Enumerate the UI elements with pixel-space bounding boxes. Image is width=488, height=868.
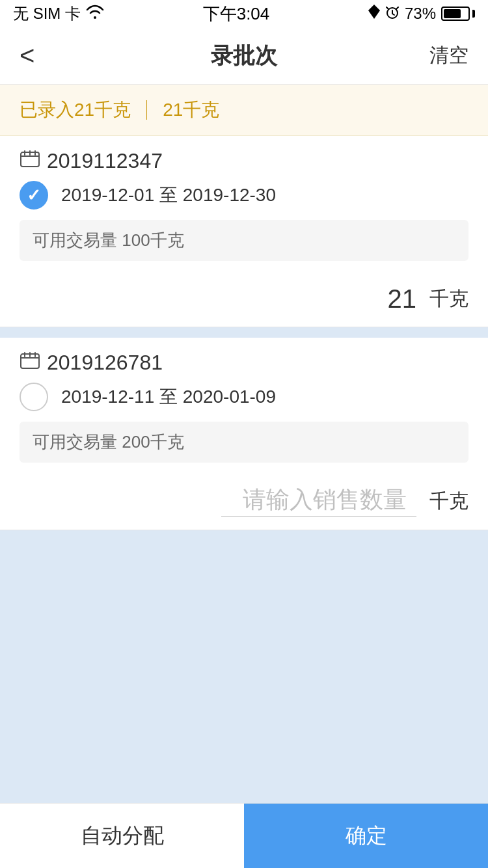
- batch-checkbox-2[interactable]: [20, 383, 48, 411]
- page-title: 录批次: [211, 41, 277, 71]
- batch-id-2: 2019126781: [47, 351, 163, 375]
- batch-id-row-2: 2019126781: [20, 351, 468, 375]
- quantity-area-1: 21 千克: [0, 274, 488, 327]
- batch-icon-1: [20, 150, 40, 172]
- bottom-spacer: [0, 530, 488, 830]
- location-icon: [368, 5, 380, 23]
- summary-recorded: 已录入21千克: [20, 98, 131, 122]
- status-bar-time: 下午3:04: [203, 3, 270, 25]
- summary-divider: [146, 100, 147, 120]
- alarm-icon: [385, 5, 400, 23]
- batch-item-1: 2019112347 2019-12-01 至 2019-12-30 可用交易量…: [0, 136, 488, 327]
- summary-total: 21千克: [163, 98, 219, 122]
- carrier-text: 无 SIM 卡: [13, 3, 81, 24]
- back-button[interactable]: <: [20, 41, 59, 70]
- quantity-input-2[interactable]: [221, 486, 416, 517]
- battery-icon: [441, 7, 475, 21]
- wifi-icon: [86, 5, 104, 23]
- batch-id-row-1: 2019112347: [20, 149, 468, 173]
- batch-date-1: 2019-12-01 至 2019-12-30: [61, 183, 276, 208]
- section-separator: [0, 327, 488, 338]
- batch-item-2: 2019126781 2019-12-11 至 2020-01-09 可用交易量…: [0, 338, 488, 530]
- status-bar-right: 73%: [368, 5, 475, 23]
- auto-distribute-button[interactable]: 自动分配: [0, 804, 244, 868]
- quantity-unit-2: 千克: [429, 488, 468, 515]
- batch-available-1: 可用交易量 100千克: [20, 220, 468, 261]
- batch-date-row-2: 2019-12-11 至 2020-01-09: [20, 383, 468, 411]
- battery-percent: 73%: [405, 5, 436, 23]
- confirm-button[interactable]: 确定: [244, 804, 488, 868]
- status-bar: 无 SIM 卡 下午3:04 73%: [0, 0, 488, 27]
- batch-date-row-1: 2019-12-01 至 2019-12-30: [20, 181, 468, 210]
- batch-available-2: 可用交易量 200千克: [20, 422, 468, 463]
- batch-id-1: 2019112347: [47, 149, 163, 173]
- bottom-buttons: 自动分配 确定: [0, 803, 488, 868]
- summary-bar: 已录入21千克 21千克: [0, 85, 488, 136]
- batch-checkbox-1[interactable]: [20, 181, 48, 210]
- quantity-area-2: 千克: [0, 476, 488, 530]
- quantity-value-1: 21: [388, 284, 417, 314]
- status-bar-left: 无 SIM 卡: [13, 3, 104, 24]
- nav-bar: < 录批次 清空: [0, 27, 488, 85]
- quantity-unit-1: 千克: [429, 286, 468, 312]
- batch-icon-2: [20, 351, 40, 374]
- batch-date-2: 2019-12-11 至 2020-01-09: [61, 385, 276, 409]
- clear-button[interactable]: 清空: [429, 42, 468, 69]
